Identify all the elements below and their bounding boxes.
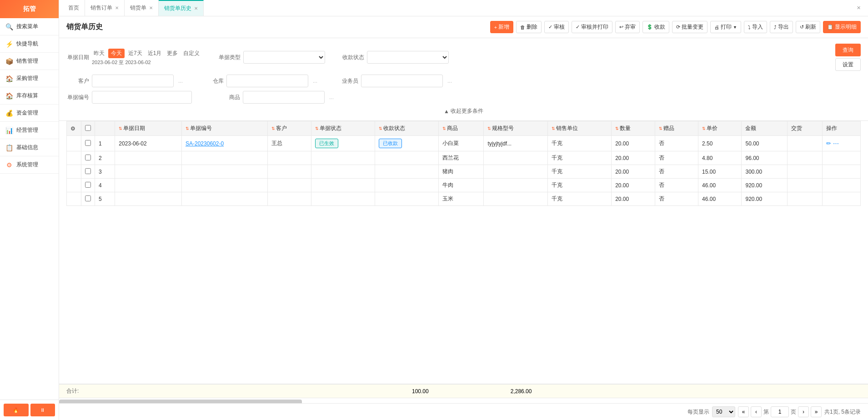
row-checkbox[interactable] <box>85 140 91 146</box>
doc-type-select[interactable] <box>243 51 325 64</box>
row-doc-no[interactable] <box>182 192 268 206</box>
th-row-num <box>95 121 115 136</box>
close-sales-history-icon[interactable]: ✕ <box>194 6 198 11</box>
show-detail-button[interactable]: 📋 显示明细 <box>823 21 861 33</box>
delete-button[interactable]: 🗑 删除 <box>516 21 542 33</box>
tab-sales-order[interactable]: 销售订单 ✕ <box>85 0 125 16</box>
customer-input[interactable] <box>92 75 174 87</box>
sidebar-item-operations[interactable]: 📊 经营管理 <box>0 122 59 139</box>
th-price[interactable]: ⇅单价 <box>698 121 742 136</box>
th-doc-date[interactable]: ⇅单据日期 <box>115 121 182 136</box>
warehouse-dots[interactable]: ... <box>311 78 319 84</box>
th-settings[interactable]: ⚙ <box>67 121 81 136</box>
date-tab-more[interactable]: 更多 <box>165 49 180 58</box>
query-button[interactable]: 查询 <box>835 44 861 56</box>
tab-sales-history[interactable]: 销货单历史 ✕ <box>159 0 204 16</box>
doc-no-label: 单据编号 <box>66 94 89 101</box>
next-page-button[interactable]: › <box>798 406 809 417</box>
close-sales-goods-icon[interactable]: ✕ <box>149 5 153 10</box>
row-customer <box>268 179 311 192</box>
warehouse-label: 仓库 <box>201 77 224 85</box>
abandon-button[interactable]: ↩ 弃审 <box>615 21 640 33</box>
row-qty: 20.00 <box>612 151 655 165</box>
th-gift[interactable]: ⇅赠品 <box>655 121 698 136</box>
check-all[interactable] <box>85 125 91 131</box>
more-icon[interactable]: ⋯ <box>833 140 839 147</box>
sidebar-footer-btn2[interactable]: ⏸ <box>30 404 55 416</box>
date-tab-yesterday[interactable]: 昨天 <box>92 49 106 58</box>
sidebar-item-system[interactable]: ⚙ 系统管理 <box>0 156 59 174</box>
row-doc-no[interactable] <box>182 151 268 165</box>
row-amount: 920.00 <box>742 179 788 192</box>
tab-home[interactable]: 首页 <box>63 0 85 16</box>
sidebar-item-basic-info[interactable]: 📋 基础信息 <box>0 139 59 156</box>
new-icon: + <box>494 25 497 30</box>
warehouse-input[interactable] <box>226 75 308 87</box>
row-number: 2 <box>95 151 115 165</box>
payment-status-select[interactable] <box>367 51 449 64</box>
goods-input[interactable] <box>243 91 325 104</box>
th-unit[interactable]: ⇅销售单位 <box>547 121 611 136</box>
th-goods[interactable]: ⇅商品 <box>439 121 484 136</box>
sidebar-item-finance[interactable]: 💰 资金管理 <box>0 105 59 122</box>
th-qty[interactable]: ⇅数量 <box>612 121 655 136</box>
row-checkbox[interactable] <box>85 182 91 188</box>
sidebar-item-quick-nav[interactable]: ⚡ 快捷导航 <box>0 35 59 53</box>
date-tab-1month[interactable]: 近1月 <box>146 49 164 58</box>
batch-change-button[interactable]: ⟳ 批量变更 <box>672 21 707 33</box>
refresh-button[interactable]: ↺ 刷新 <box>796 21 820 33</box>
audit-print-button[interactable]: ✓ 审核并打印 <box>572 21 612 33</box>
doc-no-input[interactable] <box>92 91 192 104</box>
row-actions: ✏⋯ <box>822 136 860 151</box>
filter-warehouse-item: 仓库 ... <box>201 75 319 87</box>
staff-dots[interactable]: ... <box>446 78 454 84</box>
export-button[interactable]: ⤴ 导出 <box>770 21 793 33</box>
collect-icon: 💲 <box>647 24 653 30</box>
edit-icon[interactable]: ✏ <box>826 140 831 147</box>
sidebar-item-sales[interactable]: 📦 销售管理 <box>0 53 59 70</box>
th-doc-no[interactable]: ⇅单据编号 <box>182 121 268 136</box>
audit-button[interactable]: ✓ 审核 <box>544 21 569 33</box>
sidebar-footer-btn1[interactable]: 🔥 <box>4 404 29 416</box>
new-button[interactable]: + 新增 <box>490 21 513 33</box>
row-checkbox[interactable] <box>85 155 91 160</box>
th-spec[interactable]: ⇅规格型号 <box>484 121 547 136</box>
sidebar-item-purchase[interactable]: 🏠 采购管理 <box>0 70 59 87</box>
row-doc-no[interactable] <box>182 165 268 179</box>
row-checkbox[interactable] <box>85 195 91 201</box>
filter-area: 单据日期 昨天 今天 近7天 近1月 更多 自定义 2023-06-02 至 2… <box>59 38 868 121</box>
close-all-tabs-button[interactable]: ✕ <box>853 5 864 11</box>
page-number-input[interactable] <box>771 406 789 417</box>
first-page-button[interactable]: « <box>738 406 749 417</box>
prev-page-button[interactable]: ‹ <box>751 406 762 417</box>
tab-sales-goods[interactable]: 销货单 ✕ <box>125 0 159 16</box>
sidebar-item-inventory[interactable]: 🏠 库存核算 <box>0 87 59 105</box>
per-page-select[interactable]: 50 100 200 <box>712 406 735 417</box>
row-delivery <box>787 179 822 192</box>
sidebar-item-search[interactable]: 🔍 搜索菜单 <box>0 18 59 35</box>
goods-dots[interactable]: ... <box>327 94 336 100</box>
date-tab-today[interactable]: 今天 <box>108 49 125 58</box>
th-customer[interactable]: ⇅客户 <box>268 121 311 136</box>
th-doc-status[interactable]: ⇅单据状态 <box>311 121 375 136</box>
filter-settings-button[interactable]: 设置 <box>835 58 861 71</box>
print-button[interactable]: 🖨 打印 ▼ <box>710 21 741 33</box>
row-doc-date: 2023-06-02 <box>115 136 182 151</box>
row-checkbox[interactable] <box>85 168 91 174</box>
staff-input[interactable] <box>361 75 443 87</box>
th-payment-status[interactable]: ⇅收款状态 <box>375 121 438 136</box>
import-button[interactable]: ⤵ 导入 <box>744 21 767 33</box>
row-doc-no[interactable] <box>182 179 268 192</box>
data-table: ⚙ ⇅单据日期 ⇅单据编号 ⇅客户 ⇅单据状态 ⇅收款状态 ⇅商品 ⇅规格型号 … <box>66 121 861 206</box>
row-doc-status: 已生效 <box>311 136 375 151</box>
date-tab-custom[interactable]: 自定义 <box>181 49 201 58</box>
th-check[interactable] <box>81 121 95 136</box>
collect-button[interactable]: 💲 收款 <box>642 21 669 33</box>
date-tab-7days[interactable]: 近7天 <box>126 49 144 58</box>
collapse-filter-button[interactable]: ▲ 收起更多条件 <box>66 107 861 115</box>
close-sales-order-icon[interactable]: ✕ <box>115 5 119 10</box>
customer-dots[interactable]: ... <box>176 78 185 84</box>
row-doc-no[interactable]: SA-20230602-0 <box>182 136 268 151</box>
last-page-button[interactable]: » <box>811 406 822 417</box>
scroll-bar-area[interactable] <box>59 398 868 403</box>
